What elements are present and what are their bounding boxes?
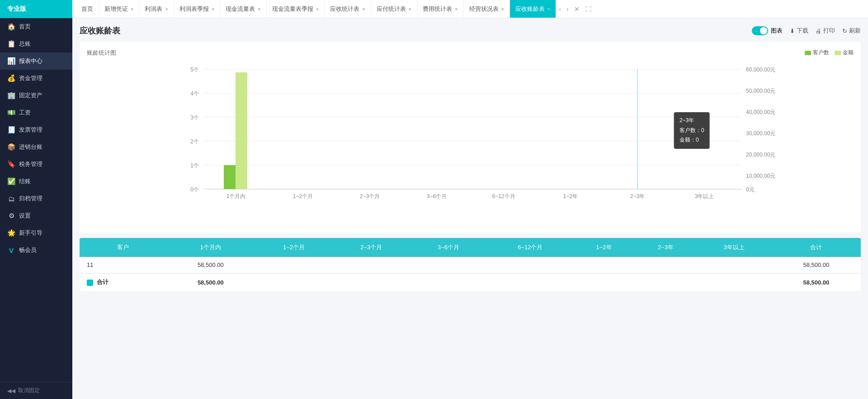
col-customer: 客户	[80, 238, 166, 257]
sidebar-item-settings[interactable]: ⚙ 设置	[0, 207, 72, 224]
tab-home[interactable]: 首页	[76, 0, 99, 18]
chart-title: 账龄统计图	[87, 49, 854, 57]
assets-icon: 🏢	[7, 91, 15, 100]
cell-m36	[410, 257, 487, 273]
svg-text:30,000.00元: 30,000.00元	[746, 130, 775, 137]
sidebar-pin-toggle[interactable]: ◀◀ 取消固定	[0, 382, 72, 399]
cell-y12	[573, 257, 635, 273]
sidebar-item-label: 固定资产	[19, 91, 42, 100]
col-m612: 6~12个月	[487, 238, 573, 257]
svg-text:0元: 0元	[746, 186, 755, 193]
reports-icon: 📊	[7, 57, 15, 65]
tab-close-icon[interactable]: ×	[409, 6, 411, 12]
tab-profit[interactable]: 利润表 ×	[139, 0, 174, 18]
sidebar-item-reports[interactable]: 📊 报表中心	[0, 52, 72, 70]
sidebar-item-assets[interactable]: 🏢 固定资产	[0, 87, 72, 104]
tab-expense-stats[interactable]: 费用统计表 ×	[417, 0, 463, 18]
sidebar-item-home[interactable]: 🏠 首页	[0, 18, 72, 35]
sidebar-item-label: 结账	[19, 177, 31, 185]
print-button[interactable]: 🖨 打印	[816, 27, 835, 35]
svg-text:20,000.00元: 20,000.00元	[746, 152, 775, 158]
sidebar-item-label: 畅会员	[19, 246, 37, 254]
tab-cashflow[interactable]: 现金流量表 ×	[220, 0, 266, 18]
footer-total: 58,500.00	[772, 273, 861, 291]
download-button[interactable]: ⬇ 下载	[790, 27, 808, 35]
table-row: 11 58,500.00 58,500.00	[80, 257, 861, 273]
tab-payable-stats[interactable]: 应付统计表 ×	[371, 0, 417, 18]
chart-toggle[interactable]	[752, 26, 768, 35]
tab-receivable-stats[interactable]: 应收统计表 ×	[325, 0, 371, 18]
tab-close-icon[interactable]: ×	[212, 6, 214, 12]
tab-close-icon[interactable]: ×	[165, 6, 168, 12]
tab-close-icon[interactable]: ×	[362, 6, 365, 12]
tab-close-icon[interactable]: ×	[316, 6, 319, 12]
guide-icon: 🌟	[7, 229, 15, 237]
tab-close-icon[interactable]: ×	[501, 6, 504, 12]
refresh-button[interactable]: ↻ 刷新	[842, 27, 861, 35]
tab-label: 经营状况表	[469, 5, 499, 13]
tab-label: 费用统计表	[423, 5, 452, 13]
page-content: 应收账龄表 图表 ⬇ 下载 🖨 打印 ↻ 刷新	[72, 18, 868, 399]
tab-close-icon[interactable]: ×	[455, 6, 458, 12]
payroll-icon: 💵	[7, 109, 15, 117]
tab-new-voucher[interactable]: 新增凭证 ×	[99, 0, 139, 18]
download-label: 下载	[797, 27, 808, 35]
sidebar-item-invoice[interactable]: 🧾 发票管理	[0, 121, 72, 138]
tab-close-icon[interactable]: ×	[258, 6, 260, 12]
tab-prev-button[interactable]: ‹	[556, 0, 564, 18]
tab-profit-quarterly[interactable]: 利润表季报 ×	[174, 0, 220, 18]
tab-cashflow-quarterly[interactable]: 现金流量表季报 ×	[267, 0, 325, 18]
cell-total: 58,500.00	[772, 257, 861, 273]
cell-m612	[487, 257, 573, 273]
col-m23: 2~3个月	[332, 238, 410, 257]
svg-text:3~6个月: 3~6个月	[427, 193, 447, 200]
tab-close-all-button[interactable]: ✕	[571, 0, 582, 18]
home-icon: 🏠	[7, 23, 15, 31]
chart-svg-wrapper: 5个 4个 3个 2个 1个 0个 60,000.00元 50,000.00元 …	[87, 62, 854, 225]
page-title: 应收账龄表	[80, 25, 120, 36]
svg-text:3个: 3个	[190, 114, 199, 121]
legend-amount-label: 金额	[843, 49, 854, 57]
col-m12: 1~2个月	[255, 238, 332, 257]
chart-legend: 客户数 金额	[805, 49, 854, 57]
table-header-row: 客户 1个月内 1~2个月 2~3个月 3~6个月 6~12个月 1~2年 2~…	[80, 238, 861, 257]
sidebar-item-label: 发票管理	[19, 126, 42, 134]
sidebar-item-guide[interactable]: 🌟 新手引导	[0, 224, 72, 242]
tab-label: 利润表季报	[179, 5, 209, 13]
svg-text:50,000.00元: 50,000.00元	[746, 88, 775, 94]
tab-close-icon[interactable]: ×	[131, 6, 133, 12]
tab-close-icon[interactable]: ×	[547, 6, 550, 12]
sidebar-item-label: 归档管理	[19, 195, 42, 203]
svg-text:1~2个月: 1~2个月	[293, 193, 313, 200]
pin-icon: ◀◀	[7, 388, 15, 394]
sidebar-item-tax[interactable]: 🔖 税务管理	[0, 156, 72, 173]
refresh-icon: ↻	[842, 28, 847, 34]
sidebar-item-payroll[interactable]: 💵 工资	[0, 104, 72, 121]
svg-text:5个: 5个	[190, 66, 199, 73]
tab-operation-status[interactable]: 经营状况表 ×	[464, 0, 510, 18]
footer-m12	[255, 273, 332, 291]
col-m36: 3~6个月	[410, 238, 487, 257]
data-table: 客户 1个月内 1~2个月 2~3个月 3~6个月 6~12个月 1~2年 2~…	[80, 238, 861, 291]
footer-label: 合计	[80, 273, 166, 291]
sidebar-item-inventory[interactable]: 📦 进销台账	[0, 138, 72, 156]
legend-customers: 客户数	[805, 49, 829, 57]
tab-bar: 首页 新增凭证 × 利润表 × 利润表季报 × 现金流量表 × 现金流量表季报 …	[72, 0, 868, 18]
toggle-label: 图表	[771, 27, 783, 35]
funds-icon: 💰	[7, 74, 15, 82]
sidebar-item-ledger[interactable]: 📋 总账	[0, 35, 72, 52]
sidebar-item-archive[interactable]: 🗂 归档管理	[0, 190, 72, 207]
tab-receivable-aging[interactable]: 应收账龄表 ×	[510, 0, 556, 18]
main-content: 首页 新增凭证 × 利润表 × 利润表季报 × 现金流量表 × 现金流量表季报 …	[72, 0, 868, 399]
tab-next-button[interactable]: ›	[564, 0, 571, 18]
footer-m1: 58,500.00	[166, 273, 255, 291]
cell-y23	[635, 257, 696, 273]
svg-text:1个: 1个	[190, 162, 199, 169]
tab-expand-button[interactable]: ⛶	[582, 0, 594, 18]
sidebar-item-closing[interactable]: ✅ 结账	[0, 173, 72, 190]
svg-text:1~2年: 1~2年	[563, 193, 578, 200]
sidebar-item-label: 设置	[19, 212, 31, 220]
sidebar-item-funds[interactable]: 💰 资金管理	[0, 70, 72, 87]
sidebar-item-member[interactable]: V 畅会员	[0, 242, 72, 259]
page-header: 应收账龄表 图表 ⬇ 下载 🖨 打印 ↻ 刷新	[80, 25, 861, 36]
